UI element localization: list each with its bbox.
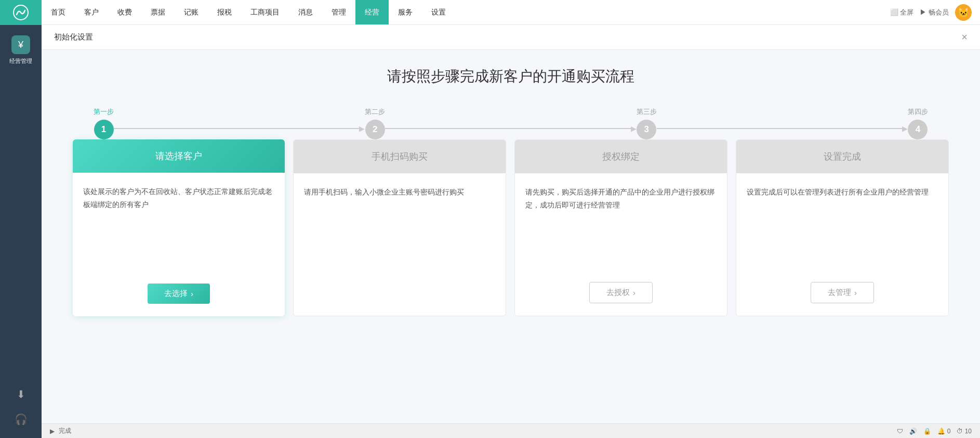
go-manage-button[interactable]: 去管理 › <box>811 282 874 303</box>
lock-icon: 🔒 <box>923 428 931 435</box>
fullscreen-btn[interactable]: ⬜ 全屏 <box>890 8 914 17</box>
nav-billing[interactable]: 收费 <box>108 0 141 24</box>
card-1-body: 该处展示的客户为不在回收站、客户状态正常建账后完成老板端绑定的所有客户 <box>73 173 285 275</box>
arrow-line-2 <box>385 128 632 129</box>
card-4-footer: 去管理 › <box>736 274 948 316</box>
card-1-footer: 去选择 › <box>73 275 285 316</box>
nav-accounting[interactable]: 记账 <box>175 0 208 24</box>
card-2-footer <box>294 295 506 316</box>
card-3-header: 授权绑定 <box>515 140 727 173</box>
member-btn[interactable]: ▶ 畅会员 <box>920 8 949 17</box>
card-4-header: 设置完成 <box>736 140 948 173</box>
top-navigation: 首页 客户 收费 票据 记账 报税 工商项目 消息 管理 经营 服务 设置 ⬜ … <box>0 0 980 25</box>
step-4-circle: 4 <box>908 120 928 139</box>
time-icon: ⏱ 10 <box>957 428 972 435</box>
card-4-body: 设置完成后可以在管理列表进行所有企业用户的经营管理 <box>736 173 948 274</box>
step-cards: 请选择客户 该处展示的客户为不在回收站、客户状态正常建账后完成老板端绑定的所有客… <box>73 139 949 316</box>
step-card-3: 授权绑定 请先购买，购买后选择开通的产品中的企业用户进行授权绑定，成功后即可进行… <box>514 139 727 316</box>
steps-flow: 第一步 1 ▶ 第二步 2 ▶ <box>73 107 949 139</box>
steps-container: 请按照步骤完成新客户的开通购买流程 第一步 1 ▶ 第二步 2 <box>42 50 980 423</box>
main-content: 初始化设置 × 请按照步骤完成新客户的开通购买流程 第一步 1 ▶ <box>42 25 980 438</box>
arrow-head-2: ▶ <box>631 124 637 133</box>
page-header: 初始化设置 × <box>42 25 980 50</box>
go-select-button[interactable]: 去选择 › <box>148 284 210 304</box>
download-icon[interactable]: ⬇ <box>10 384 31 405</box>
nav-tickets[interactable]: 票据 <box>141 0 175 24</box>
card-2-body: 请用手机扫码，输入小微企业主账号密码进行购买 <box>294 173 506 295</box>
step-card-2: 手机扫码购买 请用手机扫码，输入小微企业主账号密码进行购买 <box>293 139 506 316</box>
step-arrow-1: ▶ <box>114 124 365 133</box>
step-2-label: 第二步 <box>365 107 385 117</box>
close-button[interactable]: × <box>961 31 968 43</box>
page-title: 初始化设置 <box>54 32 93 42</box>
step-4-label: 第四步 <box>908 107 928 117</box>
go-authorize-button[interactable]: 去授权 › <box>589 282 653 303</box>
card-1-header: 请选择客户 <box>73 139 285 173</box>
nav-service[interactable]: 服务 <box>389 0 422 24</box>
user-avatar[interactable]: 🐱 <box>955 4 972 21</box>
arrow-head-1: ▶ <box>359 124 365 133</box>
notification-icon: 🔔 0 <box>937 428 950 435</box>
main-title: 请按照步骤完成新客户的开通购买流程 <box>73 67 949 86</box>
step-card-4: 设置完成 设置完成后可以在管理列表进行所有企业用户的经营管理 去管理 › <box>736 139 949 316</box>
volume-icon: 🔊 <box>909 428 917 435</box>
status-bar: ▶ 完成 🛡 🔊 🔒 🔔 0 ⏱ 10 <box>42 423 980 438</box>
nav-right: ⬜ 全屏 ▶ 畅会员 🐱 <box>890 4 980 21</box>
step-1-circle: 1 <box>94 120 114 139</box>
nav-manage[interactable]: 管理 <box>322 0 355 24</box>
operations-icon: ¥ <box>11 35 30 54</box>
step-1-label: 第一步 <box>94 107 114 117</box>
arrow-line-1 <box>114 128 361 129</box>
nav-business[interactable]: 工商项目 <box>241 0 289 24</box>
card-3-body: 请先购买，购买后选择开通的产品中的企业用户进行授权绑定，成功后即可进行经营管理 <box>515 173 727 274</box>
nav-messages[interactable]: 消息 <box>289 0 322 24</box>
step-card-1: 请选择客户 该处展示的客户为不在回收站、客户状态正常建账后完成老板端绑定的所有客… <box>73 139 285 316</box>
step-3-label: 第三步 <box>637 107 657 117</box>
nav-home[interactable]: 首页 <box>42 0 75 24</box>
status-left: ▶ 完成 <box>50 427 71 435</box>
arrow-line-3 <box>657 128 904 129</box>
sidebar-item-operations[interactable]: ¥ 经营管理 <box>0 29 42 71</box>
arrow-head-3: ▶ <box>902 124 908 133</box>
step-3-circle: 3 <box>637 120 656 139</box>
status-text: 完成 <box>59 427 71 435</box>
main-layout: ¥ 经营管理 ⬇ 🎧 初始化设置 × 请按照步骤完成新客户的开通购买流程 第一步… <box>0 25 980 438</box>
app-logo[interactable] <box>0 0 42 25</box>
step-arrow-2: ▶ <box>385 124 636 133</box>
status-right: 🛡 🔊 🔒 🔔 0 ⏱ 10 <box>897 428 972 435</box>
sidebar: ¥ 经营管理 ⬇ 🎧 <box>0 25 42 438</box>
headset-icon[interactable]: 🎧 <box>10 409 31 430</box>
nav-tax[interactable]: 报税 <box>208 0 241 24</box>
step-2-circle: 2 <box>365 120 385 139</box>
sidebar-bottom: ⬇ 🎧 <box>10 384 31 438</box>
step-node-2: 第二步 2 <box>365 107 385 139</box>
nav-customer[interactable]: 客户 <box>75 0 108 24</box>
step-node-1: 第一步 1 <box>94 107 114 139</box>
step-node-4: 第四步 4 <box>908 107 928 139</box>
step-arrow-3: ▶ <box>657 124 908 133</box>
nav-operations[interactable]: 经营 <box>355 0 389 24</box>
step-node-3: 第三步 3 <box>637 107 657 139</box>
play-icon: ▶ <box>50 428 55 435</box>
nav-items: 首页 客户 收费 票据 记账 报税 工商项目 消息 管理 经营 服务 设置 <box>42 0 890 24</box>
shield-icon: 🛡 <box>897 428 903 435</box>
nav-settings[interactable]: 设置 <box>422 0 455 24</box>
card-2-header: 手机扫码购买 <box>294 140 506 173</box>
card-3-footer: 去授权 › <box>515 274 727 316</box>
